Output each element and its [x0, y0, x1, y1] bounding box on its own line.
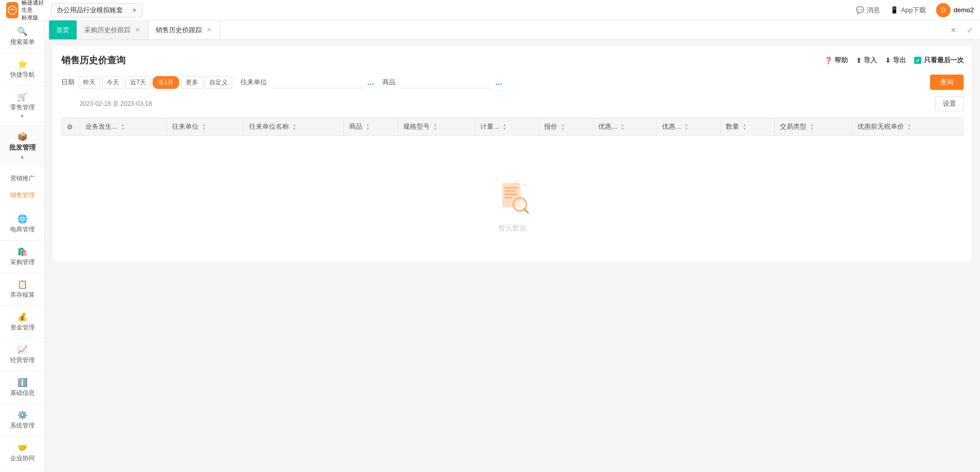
product-label: 商品 — [382, 78, 396, 87]
quick-nav-icon: ⭐ — [17, 59, 28, 69]
app-download-action[interactable]: 📱 App下载 — [890, 6, 926, 15]
sidebar-item-purchase[interactable]: 🛍️ 采购管理 — [0, 241, 44, 273]
partner-filter-group: 往来单位 ... — [240, 76, 374, 88]
product-input[interactable] — [400, 76, 492, 88]
sidebar-item-system[interactable]: ⚙️ 系统管理 — [0, 404, 44, 437]
partner-input[interactable] — [271, 76, 363, 88]
import-label: 导入 — [864, 56, 877, 65]
filter-row-2: 2023-02-18 至 2023-03-18 设置 — [61, 96, 964, 111]
settings-button[interactable]: 设置 — [935, 96, 964, 111]
svg-line-7 — [524, 209, 528, 213]
sidebar-item-label: 系统管理 — [10, 421, 35, 430]
sort-icon: ▲▼ — [621, 123, 625, 131]
sidebar-item-salesmgr[interactable]: 销售管理 — [0, 187, 44, 204]
tab-sales[interactable]: 销售历史价跟踪 ✕ — [149, 20, 220, 39]
partner-dots-button[interactable]: ... — [367, 78, 374, 87]
date-btn-today[interactable]: 今天 — [102, 76, 124, 89]
sidebar-item-enterprise[interactable]: 🤝 企业协同 — [0, 437, 44, 469]
sidebar-item-inventory[interactable]: 📋 库存核算 — [0, 273, 44, 306]
user-profile[interactable]: D demo2 — [936, 3, 974, 17]
product-filter-group: 商品 ... — [382, 76, 502, 88]
main-card: 销售历史价查询 ❓ 帮助 ⬆ 导入 ⬇ 导出 — [53, 46, 972, 262]
table-col-spec[interactable]: 规格型号 ▲▼ — [398, 118, 475, 136]
message-action[interactable]: 💬 消息 — [856, 6, 880, 15]
wholesale-submenu: 营销推广 销售管理 — [0, 166, 44, 208]
table-col-partner-name[interactable]: 往来单位名称 ▲▼ — [243, 118, 344, 136]
table-col-partner[interactable]: 往来单位 ▲▼ — [166, 118, 243, 136]
date-btn-more[interactable]: 更多 — [181, 76, 203, 89]
table-col-discount2[interactable]: 优惠... ▲▼ — [657, 118, 721, 136]
page-title-actions: ❓ 帮助 ⬆ 导入 ⬇ 导出 ✓ 只看最后一次 — [824, 56, 964, 65]
system-icon: ⚙️ — [17, 410, 28, 420]
ecommerce-icon: 🌐 — [17, 214, 28, 224]
sidebar-item-search[interactable]: 🔍 搜索菜单 — [0, 20, 44, 53]
workspace-selector[interactable]: 办公用品行业模拟账套 ▼ — [51, 3, 143, 17]
export-label: 导出 — [893, 56, 906, 65]
date-btn-7days[interactable]: 近7天 — [126, 76, 151, 89]
tab-purchase-close[interactable]: ✕ — [134, 27, 141, 34]
svg-rect-4 — [504, 194, 518, 195]
sidebar-item-label: 电商管理 — [10, 225, 35, 234]
enterprise-icon: 🤝 — [17, 443, 28, 453]
import-button[interactable]: ⬆ 导入 — [856, 56, 877, 65]
purchase-icon: 🛍️ — [17, 247, 28, 256]
tabs-actions: ✕ ⤢ — [947, 24, 976, 36]
help-button[interactable]: ❓ 帮助 — [824, 56, 848, 65]
only-last-checkbox[interactable]: ✓ 只看最后一次 — [914, 56, 964, 65]
table-col-quantity[interactable]: 数量 ▲▼ — [721, 118, 775, 136]
marketing-label: 营销推广 — [10, 175, 35, 182]
button-group: 查询 — [930, 75, 964, 90]
export-button[interactable]: ⬇ 导出 — [885, 56, 906, 65]
product-dots-button[interactable]: ... — [496, 78, 502, 87]
tab-sales-close[interactable]: ✕ — [205, 27, 212, 34]
tab-home[interactable]: 首页 — [49, 20, 77, 39]
table-col-settings[interactable]: ⚙ — [62, 118, 80, 136]
retail-icon: 🛒 — [17, 92, 28, 102]
table-col-product[interactable]: 商品 ▲▼ — [344, 118, 398, 136]
table-col-date[interactable]: 业务发生... ▲▼ — [80, 118, 167, 136]
sidebar-item-operations[interactable]: 📈 经营管理 — [0, 339, 44, 371]
date-btn-yesterday[interactable]: 昨天 — [79, 76, 100, 89]
date-btn-custom[interactable]: 自定义 — [205, 76, 232, 89]
logo-icon — [6, 2, 18, 18]
content-area: 首页 采购历史价跟踪 ✕ 销售历史价跟踪 ✕ ✕ ⤢ 销售历史价查询 — [45, 20, 980, 472]
workspace-name: 办公用品行业模拟账套 — [57, 6, 123, 15]
sidebar-item-finance[interactable]: 💰 资金管理 — [0, 306, 44, 339]
sidebar-item-retail[interactable]: 🛒 零售管理 ▼ — [0, 86, 44, 126]
table-col-price[interactable]: 报价 ▲▼ — [539, 118, 593, 136]
sidebar-item-guide[interactable]: 🎯 新手引导 — [0, 469, 44, 472]
top-bar-right: 💬 消息 📱 App下载 D demo2 — [856, 3, 974, 17]
sort-icon: ▲▼ — [503, 123, 507, 131]
sidebar-item-marketing[interactable]: 营销推广 — [0, 170, 44, 187]
maximize-button[interactable]: ⤢ — [964, 24, 976, 36]
sidebar-item-basic[interactable]: ℹ️ 基础信息 — [0, 371, 44, 404]
col-trade-type-label: 交易类型 — [780, 123, 806, 130]
col-partner-label: 往来单位 — [172, 123, 199, 130]
sidebar-item-label: 库存核算 — [10, 291, 35, 299]
table-col-unit[interactable]: 计量... ▲▼ — [475, 118, 539, 136]
query-button[interactable]: 查询 — [930, 75, 964, 90]
table-col-pretax-price[interactable]: 优惠前无税单价 ▲▼ — [852, 118, 963, 136]
app-download-icon: 📱 — [890, 6, 898, 14]
sidebar-item-label: 搜索菜单 — [10, 38, 35, 46]
date-filter-group: 日期 昨天 今天 近7天 近1月 更多 自定义 — [61, 76, 232, 89]
svg-rect-3 — [504, 190, 516, 192]
date-btn-1month[interactable]: 近1月 — [153, 76, 180, 89]
help-label: 帮助 — [835, 56, 848, 65]
table-col-trade-type[interactable]: 交易类型 ▲▼ — [775, 118, 852, 136]
table-container: ⚙ 业务发生... ▲▼ 往来单位 ▲▼ — [61, 117, 964, 253]
sidebar-item-ecommerce[interactable]: 🌐 电商管理 — [0, 208, 44, 241]
sidebar-item-quick[interactable]: ⭐ 快捷导航 — [0, 53, 44, 86]
username: demo2 — [953, 6, 974, 14]
svg-point-8 — [516, 200, 524, 208]
close-all-tabs-button[interactable]: ✕ — [947, 24, 960, 36]
tab-purchase[interactable]: 采购历史价跟踪 ✕ — [77, 20, 149, 39]
sort-icon: ▲▼ — [907, 123, 911, 131]
sort-icon: ▲▼ — [433, 123, 437, 131]
salesmgr-label: 销售管理 — [10, 192, 35, 199]
sidebar-item-wholesale[interactable]: 📦 批发管理 ▲ — [0, 126, 44, 166]
tab-purchase-label: 采购历史价跟踪 — [84, 26, 131, 35]
page-title: 销售历史价查询 — [61, 54, 126, 66]
table-col-discount1[interactable]: 优惠... ▲▼ — [593, 118, 657, 136]
col-pretax-price-label: 优惠前无税单价 — [857, 123, 904, 130]
